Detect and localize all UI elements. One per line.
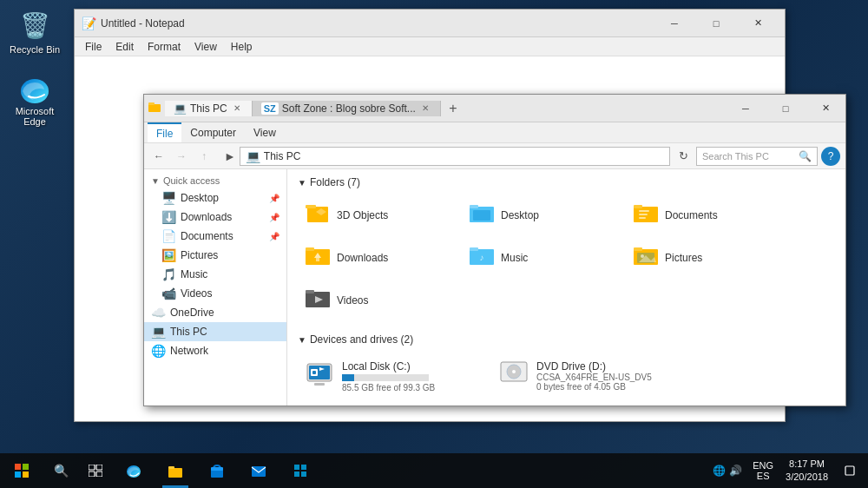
sidebar-item-videos[interactable]: 📹 Videos	[144, 284, 286, 303]
ribbon-tab-file[interactable]: File	[148, 122, 181, 142]
softzone-tab-icon: SZ	[261, 102, 279, 115]
notepad-maximize-btn[interactable]: □	[696, 10, 736, 37]
svg-rect-32	[312, 371, 316, 374]
sidebar-item-this-pc[interactable]: 💻 This PC	[144, 322, 286, 341]
drives-label: Devices and drives (2)	[310, 333, 413, 346]
drive-item-local-c[interactable]: Local Disk (C:) 85.5 GB free of 99.3 GB	[298, 353, 489, 399]
sidebar-videos-icon: 📹	[161, 287, 176, 300]
new-tab-btn[interactable]: +	[441, 101, 465, 116]
svg-rect-34	[314, 383, 325, 386]
up-btn[interactable]: ↑	[194, 147, 214, 166]
taskbar-windows[interactable]	[279, 453, 321, 488]
notepad-menu-view[interactable]: View	[187, 39, 224, 55]
address-icon: 💻	[246, 149, 260, 163]
start-button[interactable]	[0, 453, 43, 488]
region-label: ES	[757, 471, 770, 481]
notification-btn[interactable]	[837, 453, 863, 488]
back-btn[interactable]: ←	[149, 147, 168, 166]
desktop-icon-edge[interactable]: Microsoft Edge	[4, 69, 65, 130]
notepad-minimize-btn[interactable]: ─	[654, 10, 694, 37]
notepad-menu-file[interactable]: File	[78, 39, 108, 55]
search-taskbar-btn[interactable]: 🔍	[43, 453, 78, 488]
help-btn[interactable]: ?	[821, 147, 840, 166]
sidebar-item-desktop[interactable]: 🖥️ Desktop 📌	[144, 188, 286, 208]
folder-item-desktop[interactable]: Desktop	[462, 195, 622, 234]
svg-rect-56	[301, 472, 306, 477]
clock[interactable]: 8:17 PM 3/20/2018	[779, 453, 835, 488]
desktop-icon-recycle-bin[interactable]: 🗑️ Recycle Bin	[4, 4, 65, 58]
sidebar-quick-access-header[interactable]: ▼ Quick access	[144, 173, 286, 188]
explorer-ribbon: File Computer View	[144, 122, 845, 143]
videos-folder-name: Videos	[337, 294, 368, 307]
folder-item-pictures[interactable]: Pictures	[626, 238, 786, 277]
drives-grid: Local Disk (C:) 85.5 GB free of 99.3 GB	[298, 353, 835, 399]
sidebar-item-onedrive[interactable]: ☁️ OneDrive	[144, 303, 286, 322]
svg-rect-2	[148, 102, 155, 105]
recycle-bin-icon: 🗑️	[17, 8, 52, 43]
folders-section-header[interactable]: ▼ Folders (7)	[298, 176, 835, 188]
ribbon-tab-view[interactable]: View	[245, 122, 285, 142]
folder-item-music[interactable]: ♪ Music	[462, 238, 622, 277]
edge-icon	[17, 73, 52, 108]
ribbon-tab-computer[interactable]: Computer	[181, 122, 245, 142]
lang-label: ENG	[753, 460, 773, 471]
sidebar-item-documents[interactable]: 📄 Documents 📌	[144, 227, 286, 246]
svg-text:♪: ♪	[480, 253, 484, 262]
taskbar-mail[interactable]	[238, 453, 279, 488]
explorer-maximize-btn[interactable]: □	[766, 95, 806, 122]
language-region[interactable]: ENG ES	[749, 453, 777, 488]
local-c-bar-container	[342, 374, 429, 381]
softzone-tab-label: Soft Zone : Blog sobre Soft...	[282, 102, 416, 115]
notepad-close-btn[interactable]: ✕	[738, 10, 778, 37]
notepad-window-controls: ─ □ ✕	[654, 10, 778, 37]
taskbar-explorer[interactable]	[155, 453, 196, 488]
folder-item-3d-objects[interactable]: 3D Objects	[298, 195, 458, 234]
folder-item-documents[interactable]: Documents	[626, 195, 786, 234]
drive-item-dvd-d[interactable]: DVD Drive (D:) CCSA_X64FRE_EN-US_DV5 0 b…	[492, 353, 683, 399]
notepad-menu-help[interactable]: Help	[224, 39, 260, 55]
address-bar[interactable]: 💻 This PC	[240, 147, 670, 166]
explorer-close-btn[interactable]: ✕	[806, 95, 845, 122]
sidebar-downloads-icon: ⬇️	[161, 210, 176, 224]
sidebar-item-network[interactable]: 🌐 Network	[144, 341, 286, 360]
svg-rect-51	[211, 467, 223, 471]
folder-grid: 3D Objects Desktop	[298, 195, 835, 320]
taskbar-system-tray: 🌐 🔊 🔋 ENG ES 8:17 PM 3/20/2018	[707, 453, 868, 488]
3d-objects-name: 3D Objects	[337, 209, 388, 221]
softzone-tab-close[interactable]: ✕	[419, 102, 431, 114]
dvd-d-name: DVD Drive (D:)	[536, 360, 652, 373]
svg-rect-57	[845, 466, 854, 475]
local-c-size: 85.5 GB free of 99.3 GB	[342, 383, 435, 392]
downloads-folder-name: Downloads	[337, 252, 388, 264]
svg-rect-39	[15, 464, 21, 470]
address-text: This PC	[264, 150, 301, 162]
explorer-sidebar: ▼ Quick access 🖥️ Desktop 📌 ⬇️ Downloads…	[144, 169, 287, 406]
taskbar-store[interactable]	[196, 453, 238, 488]
explorer-minimize-btn[interactable]: ─	[726, 95, 766, 122]
svg-rect-4	[306, 205, 316, 208]
explorer-tab-softzone[interactable]: SZ Soft Zone : Blog sobre Soft... ✕	[253, 101, 441, 116]
explorer-tab-this-pc[interactable]: 💻 This PC ✕	[165, 101, 253, 116]
folder-item-downloads[interactable]: Downloads	[298, 238, 458, 277]
svg-rect-52	[252, 466, 266, 477]
sidebar-item-pictures[interactable]: 🖼️ Pictures	[144, 246, 286, 265]
this-pc-tab-close[interactable]: ✕	[231, 102, 243, 114]
task-view-btn[interactable]	[78, 453, 113, 488]
notepad-titlebar: 📝 Untitled - Notepad ─ □ ✕	[75, 10, 785, 37]
search-bar[interactable]: Search This PC 🔍	[696, 147, 818, 166]
sidebar-item-music[interactable]: 🎵 Music	[144, 265, 286, 284]
svg-rect-40	[23, 464, 29, 470]
forward-btn[interactable]: →	[172, 147, 191, 166]
drives-section-header[interactable]: ▼ Devices and drives (2)	[298, 333, 835, 346]
notepad-title: Untitled - Notepad	[101, 17, 654, 30]
svg-rect-12	[639, 214, 648, 215]
sidebar-item-downloads[interactable]: ⬇️ Downloads 📌	[144, 208, 286, 227]
folders-chevron: ▼	[298, 178, 306, 188]
sidebar-desktop-label: Desktop	[181, 192, 219, 204]
folder-item-videos[interactable]: Videos	[298, 280, 458, 320]
svg-rect-45	[89, 472, 95, 477]
refresh-btn[interactable]: ↻	[674, 147, 693, 166]
taskbar-edge[interactable]	[113, 453, 155, 488]
notepad-menu-format[interactable]: Format	[141, 39, 187, 55]
notepad-menu-edit[interactable]: Edit	[108, 39, 141, 55]
